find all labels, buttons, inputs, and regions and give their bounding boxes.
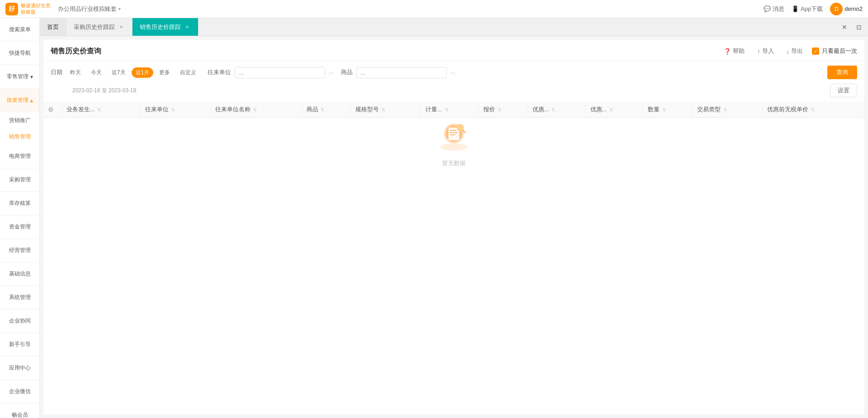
empty-icon bbox=[436, 118, 472, 154]
export-icon: ↓ bbox=[787, 48, 790, 55]
ops-mgmt-label: 经营管理 bbox=[9, 247, 31, 254]
page-header: 销售历史价查询 ❓ 帮助 ↑ 导入 ↓ 导出 ✓ bbox=[43, 40, 864, 61]
logo-text: 畅捷通好生意标账版 bbox=[21, 3, 51, 14]
phone-icon: 📱 bbox=[792, 5, 799, 12]
sort-trade-type[interactable]: ⇅ bbox=[723, 107, 727, 112]
table-container: ⚙ 业务发生... ⇅ 往来单位 ⇅ 往来单位名称 bbox=[43, 102, 864, 414]
sort-quantity[interactable]: ⇅ bbox=[662, 107, 666, 112]
sidebar-item-marketing-promo[interactable]: 营销推广 bbox=[0, 112, 39, 128]
sidebar-item-ops-mgmt[interactable]: 经营管理 bbox=[0, 239, 39, 262]
sidebar-item-wholesale-mgmt[interactable]: 批发管理 ▴ bbox=[0, 89, 39, 112]
date-btn-yesterday[interactable]: 昨天 bbox=[66, 67, 85, 78]
quick-nav-label: 快捷导航 bbox=[9, 49, 31, 57]
user-menu[interactable]: D demo2 bbox=[830, 3, 863, 15]
top-header: 好 畅捷通好生意标账版 办公用品行业模拟账套 ▾ 💬 消息 📱 App下载 D … bbox=[0, 0, 868, 18]
sidebar-item-retail-mgmt[interactable]: 零售管理 ▾ bbox=[0, 65, 39, 89]
inventory-check-label: 库存核算 bbox=[9, 200, 31, 207]
date-btn-7days[interactable]: 近7天 bbox=[108, 67, 130, 78]
sort-spec[interactable]: ⇅ bbox=[382, 107, 385, 112]
sidebar-item-ecom-mgmt[interactable]: 电商管理 bbox=[0, 145, 39, 168]
partner-input[interactable] bbox=[235, 67, 325, 78]
search-menu-label: 搜索菜单 bbox=[9, 26, 31, 33]
col-goods: 商品 ⇅ bbox=[302, 102, 351, 118]
sidebar-item-search-menu[interactable]: 搜索菜单 bbox=[0, 18, 39, 42]
goods-dots: ··· bbox=[450, 69, 455, 76]
help-label: 帮助 bbox=[733, 47, 745, 55]
col-unit: 计量... ⇅ bbox=[421, 102, 479, 118]
sidebar-item-sys-mgmt[interactable]: 系统管理 bbox=[0, 286, 39, 309]
tab-purchase-history[interactable]: 采购历史价跟踪 ✕ bbox=[66, 18, 132, 36]
help-button[interactable]: ❓ 帮助 bbox=[720, 45, 748, 57]
tab-home-label: 首页 bbox=[47, 23, 59, 31]
export-label: 导出 bbox=[791, 47, 803, 55]
empty-state: 暂无数据 bbox=[43, 118, 864, 167]
wholesale-mgmt-label: 批发管理 bbox=[7, 96, 28, 104]
message-button[interactable]: 💬 消息 bbox=[764, 5, 784, 13]
tab-home[interactable]: 首页 bbox=[40, 18, 66, 36]
sidebar-item-inventory-check[interactable]: 库存核算 bbox=[0, 192, 39, 215]
date-options: 昨天 今天 近7天 近1月 更多 自定义 bbox=[66, 67, 200, 78]
sort-biz-date[interactable]: ⇅ bbox=[97, 107, 101, 112]
sort-discount2[interactable]: ⇅ bbox=[609, 107, 613, 112]
query-button[interactable]: 查询 bbox=[827, 66, 857, 79]
retail-mgmt-label: 零售管理 bbox=[7, 73, 28, 81]
sidebar-item-capital-mgmt[interactable]: 资金管理 bbox=[0, 215, 39, 239]
sidebar-item-purchase-mgmt[interactable]: 采购管理 bbox=[0, 168, 39, 192]
col-trade-type: 交易类型 ⇅ bbox=[693, 102, 763, 118]
logo-area: 好 畅捷通好生意标账版 bbox=[5, 3, 51, 15]
purchase-mgmt-label: 采购管理 bbox=[9, 176, 31, 184]
tab-sales-history-close[interactable]: ✕ bbox=[184, 24, 191, 31]
avatar: D bbox=[830, 3, 843, 15]
retail-mgmt-arrow: ▾ bbox=[30, 74, 33, 80]
only-last-checkbox[interactable]: ✓ 只看最后一次 bbox=[812, 47, 857, 55]
sidebar-item-new-guide[interactable]: 新手引导 bbox=[0, 333, 39, 356]
date-btn-custom[interactable]: 自定义 bbox=[176, 67, 200, 78]
sidebar-item-enterprise-wechat[interactable]: 企业微信 bbox=[0, 380, 39, 404]
tab-purchase-history-close[interactable]: ✕ bbox=[118, 24, 125, 31]
logo-icon: 好 bbox=[5, 3, 18, 15]
message-icon: 💬 bbox=[764, 5, 771, 12]
col-pretax-price: 优惠前无税单价 ⇅ bbox=[763, 102, 864, 118]
sort-unit[interactable]: ⇅ bbox=[445, 107, 448, 112]
tab-sales-history[interactable]: 销售历史价跟踪 ✕ bbox=[132, 18, 198, 36]
content-area: 首页 采购历史价跟踪 ✕ 销售历史价跟踪 ✕ ✕ ⊡ 销售历史价查询 bbox=[40, 18, 868, 418]
app-download-button[interactable]: 📱 App下载 bbox=[792, 5, 823, 13]
sort-partner-name[interactable]: ⇅ bbox=[253, 107, 257, 112]
goods-filter-group: 商品 ··· bbox=[341, 67, 455, 78]
table-settings-gear[interactable]: ⚙ bbox=[48, 106, 54, 113]
sidebar-item-quick-nav[interactable]: 快捷导航 bbox=[0, 42, 39, 65]
sort-pretax-price[interactable]: ⇅ bbox=[811, 107, 815, 112]
capital-mgmt-label: 资金管理 bbox=[9, 223, 31, 231]
sidebar-item-enterprise-collab[interactable]: 企业协同 bbox=[0, 309, 39, 333]
message-label: 消息 bbox=[773, 5, 784, 13]
svg-point-0 bbox=[440, 143, 467, 151]
goods-label: 商品 bbox=[341, 68, 353, 76]
import-label: 导入 bbox=[762, 47, 774, 55]
date-btn-more[interactable]: 更多 bbox=[155, 67, 174, 78]
sort-price[interactable]: ⇅ bbox=[498, 107, 501, 112]
only-last-label: 只看最后一次 bbox=[822, 47, 857, 55]
sort-goods[interactable]: ⇅ bbox=[321, 107, 324, 112]
sort-discount1[interactable]: ⇅ bbox=[552, 107, 555, 112]
sidebar-item-sales-mgmt[interactable]: 销售管理 bbox=[0, 128, 39, 145]
date-btn-today[interactable]: 今天 bbox=[87, 67, 106, 78]
goods-input[interactable] bbox=[356, 67, 447, 78]
sidebar: 搜索菜单 快捷导航 零售管理 ▾ 批发管理 ▴ 营销推广 销售管理 电商管理 采… bbox=[0, 18, 40, 418]
sidebar-item-app-center[interactable]: 应用中心 bbox=[0, 356, 39, 380]
export-button[interactable]: ↓ 导出 bbox=[783, 45, 807, 57]
marketing-promo-label: 营销推广 bbox=[9, 117, 31, 124]
settings-button[interactable]: 设置 bbox=[830, 84, 857, 97]
date-btn-1month[interactable]: 近1月 bbox=[132, 67, 154, 78]
close-tab-action[interactable]: ✕ bbox=[839, 22, 850, 33]
app-download-label: App下载 bbox=[801, 5, 823, 13]
page-header-actions: ❓ 帮助 ↑ 导入 ↓ 导出 ✓ 只看最后一次 bbox=[720, 45, 857, 57]
restore-window-button[interactable]: ⊡ bbox=[854, 22, 864, 33]
import-button[interactable]: ↑ 导入 bbox=[754, 45, 778, 57]
enterprise-collab-label: 企业协同 bbox=[9, 317, 31, 325]
app-selector[interactable]: 办公用品行业模拟账套 ▾ bbox=[54, 3, 124, 15]
members-label: 畅会员 bbox=[12, 411, 28, 418]
sidebar-item-basic-info[interactable]: 基础信息 bbox=[0, 262, 39, 286]
sidebar-item-members[interactable]: 畅会员 bbox=[0, 404, 39, 418]
tab-bar: 首页 采购历史价跟踪 ✕ 销售历史价跟踪 ✕ ✕ ⊡ bbox=[40, 18, 868, 36]
sort-partner-code[interactable]: ⇅ bbox=[171, 107, 175, 112]
